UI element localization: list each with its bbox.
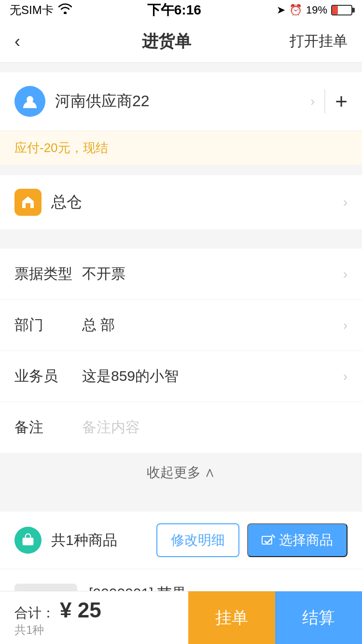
battery-percent: 19% [306, 4, 327, 16]
invoice-type-chevron-icon: › [343, 266, 348, 282]
warehouse-icon [14, 189, 42, 216]
total-section: 合计： ¥ 25 共1种 [0, 598, 188, 638]
total-sub: 共1种 [14, 622, 174, 638]
status-time: 下午6:16 [147, 1, 201, 19]
salesperson-value: 这是859的小智 [72, 366, 343, 386]
supplier-avatar [14, 86, 45, 117]
section-gap-2 [0, 166, 362, 175]
product-icon [14, 527, 42, 554]
add-supplier-button[interactable]: + [335, 91, 348, 112]
open-hang-button[interactable]: 打开挂单 [290, 31, 348, 51]
section-gap-4 [0, 492, 362, 502]
bottom-bar: 合计： ¥ 25 共1种 挂单 结算 [0, 591, 362, 644]
supplier-notice: 应付-20元，现结 [0, 131, 362, 166]
nav-bar: ‹ 进货单 打开挂单 [0, 20, 362, 63]
supplier-divider [324, 89, 325, 113]
wifi-icon [58, 3, 72, 17]
status-bar: 无SIM卡 下午6:16 ➤ ⏰ 19% [0, 0, 362, 20]
supplier-card: 河南供应商22 › + 应付-20元，现结 [0, 72, 362, 166]
total-label: 合计： ¥ 25 [14, 598, 174, 622]
product-header: 共1种商品 修改明细 选择商品 [0, 512, 362, 569]
warehouse-name: 总仓 [51, 192, 343, 213]
remark-label: 备注 [14, 418, 72, 437]
supplier-chevron-icon: › [310, 94, 315, 109]
supplier-name: 河南供应商22 [55, 91, 310, 112]
salesperson-chevron-icon: › [343, 369, 348, 384]
collapse-button[interactable]: 收起更多 ∧ [0, 453, 362, 492]
carrier-text: 无SIM卡 [10, 2, 54, 18]
edit-detail-button[interactable]: 修改明细 [156, 523, 239, 557]
checkout-button[interactable]: 结算 [275, 591, 362, 644]
warehouse-row[interactable]: 总仓 › [0, 175, 362, 229]
supplier-row[interactable]: 河南供应商22 › + [0, 72, 362, 131]
battery-icon [331, 5, 352, 15]
invoice-type-label: 票据类型 [14, 264, 72, 284]
department-value: 总 部 [72, 315, 343, 335]
remark-value[interactable]: 备注内容 [72, 418, 348, 437]
status-left: 无SIM卡 [10, 2, 72, 18]
status-right: ➤ ⏰ 19% [277, 4, 352, 16]
total-amount: ¥ 25 [60, 598, 101, 622]
select-product-button[interactable]: 选择商品 [247, 523, 348, 557]
section-gap-3 [0, 229, 362, 239]
svg-rect-1 [26, 203, 30, 208]
section-gap-1 [0, 63, 362, 72]
back-button[interactable]: ‹ [14, 31, 43, 52]
warehouse-card: 总仓 › [0, 175, 362, 229]
location-icon: ➤ [277, 4, 285, 16]
select-product-label: 选择商品 [279, 531, 333, 549]
department-label: 部门 [14, 315, 72, 335]
form-row-department[interactable]: 部门 总 部 › [0, 300, 362, 351]
form-section: 票据类型 不开票 › 部门 总 部 › 业务员 这是859的小智 › 备注 备注… [0, 249, 362, 453]
department-chevron-icon: › [343, 318, 348, 333]
svg-rect-2 [23, 538, 34, 546]
total-text: 合计： [14, 604, 55, 622]
page-title: 进货单 [142, 30, 191, 53]
form-row-salesperson[interactable]: 业务员 这是859的小智 › [0, 351, 362, 402]
form-row-remark[interactable]: 备注 备注内容 [0, 402, 362, 453]
product-count: 共1种商品 [51, 531, 156, 550]
alarm-icon: ⏰ [289, 4, 302, 16]
warehouse-chevron-icon: › [343, 195, 348, 210]
form-row-invoice[interactable]: 票据类型 不开票 › [0, 249, 362, 300]
hang-button[interactable]: 挂单 [188, 591, 275, 644]
invoice-type-value: 不开票 [72, 264, 343, 284]
salesperson-label: 业务员 [14, 366, 72, 386]
